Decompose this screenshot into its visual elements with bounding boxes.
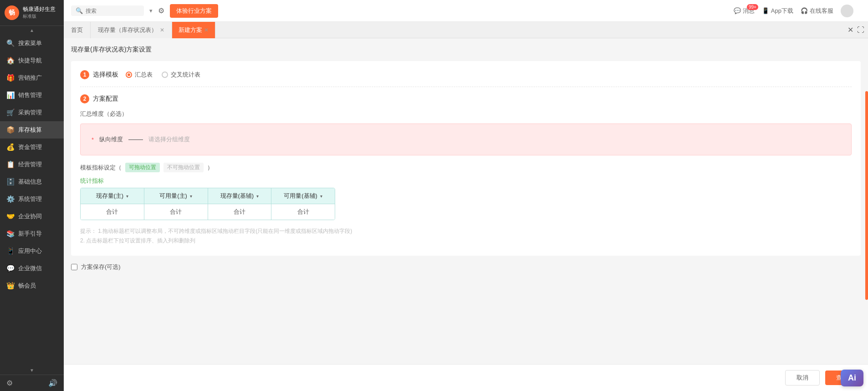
sidebar-menu: 🔍搜索菜单🏠快捷导航🎁营销推广📊销售管理🛒采购管理📦库存核算💰资金管理📋经营管理…: [0, 35, 64, 366]
trial-button[interactable]: 体验行业方案: [170, 4, 218, 18]
cancel-button[interactable]: 取消: [785, 370, 820, 386]
sidebar-item-appcenter[interactable]: 📱应用中心: [0, 242, 64, 260]
sidebar-label-inventory: 库存核算: [18, 126, 42, 134]
tab-home[interactable]: 首页: [64, 22, 91, 38]
sidebar-scroll-down[interactable]: ▼: [0, 366, 64, 375]
sidebar-item-finance[interactable]: 💰资金管理: [0, 139, 64, 156]
page-content: 现存量(库存状况表)方案设置 1 选择模板 汇总表 交叉统计表: [64, 38, 868, 364]
tab-new-plan[interactable]: 新建方案 ✕: [172, 22, 215, 38]
indicator-table-header: 现存量(主)▾可用量(主)▾现存量(基辅)▾可用量(基辅)▾: [81, 188, 335, 204]
sidebar-label-vip: 畅会员: [18, 282, 36, 290]
sidebar-logo: 畅 畅康通好生意 标准版: [0, 0, 64, 26]
ai-badge[interactable]: Ai: [841, 370, 863, 386]
sound-icon[interactable]: 🔊: [48, 379, 57, 387]
avatar[interactable]: [841, 5, 853, 17]
save-checkbox[interactable]: [71, 264, 77, 270]
inventory-tab-close[interactable]: ✕: [160, 27, 164, 33]
indicator-col-可用量(主)[interactable]: 可用量(主)▾: [144, 188, 208, 204]
service-button[interactable]: 🎧 在线客服: [801, 7, 833, 15]
sidebar-item-shortcut[interactable]: 🏠快捷导航: [0, 52, 64, 69]
indicator-col-现存量(基辅)[interactable]: 现存量(基辅)▾: [208, 188, 272, 204]
sidebar-item-inventory[interactable]: 📦库存核算: [0, 121, 64, 139]
close-tab-button[interactable]: ✕: [848, 26, 853, 34]
dropdown-icon[interactable]: ▾: [149, 7, 153, 14]
tip-line-2: 2. 点击标题栏下拉可设置排序、插入列和删除列: [80, 237, 852, 245]
dimension-placeholder: 请选择分组维度: [148, 135, 190, 144]
sidebar-label-newbie: 新手引导: [18, 230, 42, 238]
topbar: 🔍 ▾ ⚙ 体验行业方案 💬 消息 99+ 📱 App下载 🎧 在线客服: [64, 0, 868, 22]
radio-cross[interactable]: 交叉统计表: [162, 71, 200, 79]
footer-bar: 取消 查询: [64, 364, 868, 391]
sidebar-item-marketing[interactable]: 🎁营销推广: [0, 69, 64, 87]
sidebar-item-sales[interactable]: 📊销售管理: [0, 87, 64, 104]
step2-title: 方案配置: [93, 95, 118, 103]
close-paren: ）: [207, 164, 213, 172]
radio-summary[interactable]: 汇总表: [126, 71, 153, 79]
indicator-table: 现存量(主)▾可用量(主)▾现存量(基辅)▾可用量(基辅)▾ 合计合计合计合计: [80, 188, 335, 220]
divider-1: [80, 87, 852, 87]
wechat-icon: 💬: [6, 264, 15, 273]
dimension-section-label: 汇总维度（必选）: [80, 110, 852, 118]
sidebar-item-ops[interactable]: 📋经营管理: [0, 156, 64, 173]
sidebar-item-purchase[interactable]: 🛒采购管理: [0, 104, 64, 121]
tips-section: 提示： 1.拖动标题栏可以调整布局，不可跨维度或指标区域拖动栏目字段(只能在同一…: [80, 227, 852, 245]
chevron-down-icon: ▾: [256, 194, 259, 199]
expand-tab-button[interactable]: ⛶: [857, 26, 864, 34]
sidebar-item-wechat[interactable]: 💬企业微信: [0, 260, 64, 277]
radio-summary-dot: [128, 73, 130, 76]
sidebar-item-basic[interactable]: 🗄️基础信息: [0, 173, 64, 190]
indicator-cell-0-0: 合计: [81, 204, 144, 220]
appcenter-icon: 📱: [6, 247, 15, 255]
sidebar-label-purchase: 采购管理: [18, 108, 42, 117]
sidebar-label-corp: 企业协同: [18, 212, 42, 221]
settings-icon[interactable]: ⚙: [6, 379, 13, 387]
gear-icon[interactable]: ⚙: [158, 6, 164, 15]
indicator-cell-0-1: 合计: [144, 204, 208, 220]
sidebar-scroll-up[interactable]: ▲: [0, 26, 64, 35]
indicator-cell-0-3: 合计: [271, 204, 335, 220]
tips-label: 提示：: [80, 228, 97, 234]
sidebar-bottom: ⚙ 🔊: [0, 375, 64, 391]
finance-icon: 💰: [6, 143, 15, 151]
sidebar-item-system[interactable]: ⚙️系统管理: [0, 190, 64, 208]
radio-cross-circle: [162, 72, 168, 78]
search-icon: 🔍: [6, 39, 15, 47]
chevron-down-icon: ▾: [190, 194, 192, 199]
sidebar-item-search[interactable]: 🔍搜索菜单: [0, 35, 64, 52]
indicator-settings: 模板指标设定（ 可拖动位置 不可拖动位置 ） 统计指标 现存量(主)▾可用量(主…: [80, 163, 852, 220]
sidebar-label-basic: 基础信息: [18, 178, 42, 186]
app-download-button[interactable]: 📱 App下载: [762, 7, 793, 15]
chevron-down-icon: ▾: [320, 194, 322, 199]
shortcut-icon: 🏠: [6, 57, 15, 65]
dimension-area[interactable]: * 纵向维度 —— 请选择分组维度: [80, 123, 852, 155]
indicator-col-可用量(基辅)[interactable]: 可用量(基辅)▾: [271, 188, 335, 204]
sidebar-item-vip[interactable]: 👑畅会员: [0, 277, 64, 294]
step2-num: 2: [80, 94, 89, 103]
sidebar-label-marketing: 营销推广: [18, 74, 42, 82]
search-input[interactable]: [86, 8, 136, 14]
col-label: 现存量(主): [96, 192, 124, 200]
radio-summary-label: 汇总表: [135, 71, 153, 79]
indicator-col-现存量(主)[interactable]: 现存量(主)▾: [81, 188, 144, 204]
save-option: 方案保存(可选): [71, 263, 861, 271]
phone-icon: 📱: [762, 7, 769, 14]
step2-header: 2 方案配置: [80, 94, 852, 103]
tab-inventory-status[interactable]: 现存量（库存状况表） ✕: [91, 22, 172, 38]
corp-icon: 🤝: [6, 212, 15, 221]
logo-icon: 畅: [5, 5, 19, 20]
sidebar-item-newbie[interactable]: 📚新手引导: [0, 225, 64, 242]
notification-button[interactable]: 💬 消息 99+: [734, 7, 755, 15]
inventory-tab-label: 现存量（库存状况表）: [98, 26, 157, 34]
sidebar-label-ops: 经营管理: [18, 160, 42, 169]
logo-text: 畅康通好生意: [23, 6, 56, 13]
search-bar[interactable]: 🔍: [71, 5, 144, 16]
config-card: 1 选择模板 汇总表 交叉统计表: [71, 61, 861, 256]
save-label: 方案保存(可选): [81, 263, 121, 271]
new-plan-tab-close[interactable]: ✕: [204, 27, 209, 33]
sidebar-item-corp[interactable]: 🤝企业协同: [0, 208, 64, 225]
dimension-row: * 纵向维度 —— 请选择分组维度: [92, 135, 190, 144]
sidebar-label-shortcut: 快捷导航: [18, 57, 42, 65]
newbie-icon: 📚: [6, 230, 15, 238]
right-scroll-strip[interactable]: [865, 91, 868, 300]
chevron-down-icon: ▾: [126, 194, 128, 199]
